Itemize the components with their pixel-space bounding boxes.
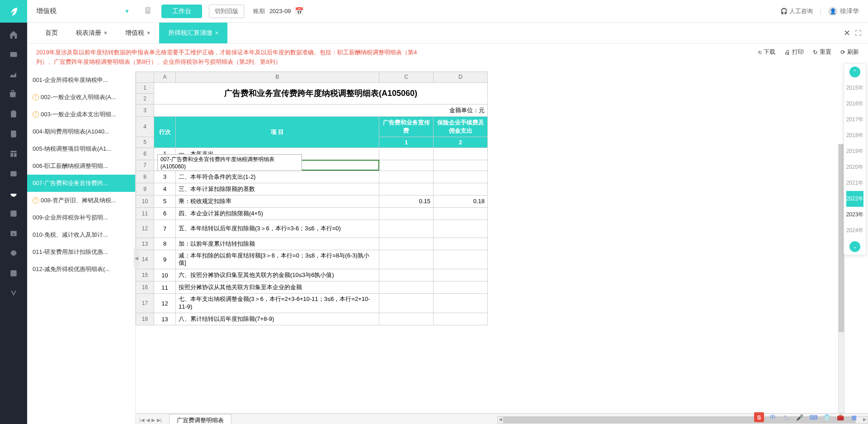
user-menu[interactable]: 👤 徐泽华 xyxy=(828,7,859,16)
rownum-cell[interactable]: 4 xyxy=(154,183,176,195)
calculator-icon[interactable] xyxy=(9,129,19,139)
col-header-c[interactable]: C xyxy=(379,71,434,82)
refresh-button[interactable]: ⟳刷新 xyxy=(840,48,859,56)
row-header[interactable]: 7 xyxy=(136,160,154,171)
row-header[interactable]: 8 xyxy=(136,171,154,183)
form-list-item[interactable]: 006-职工薪酬纳税调整明细... xyxy=(27,157,135,175)
scroll-left-icon[interactable]: ◀ xyxy=(499,417,502,422)
clipboard-icon[interactable] xyxy=(9,109,19,119)
row-header[interactable]: 1 xyxy=(136,82,154,93)
ime-mic-icon[interactable]: 🎤 xyxy=(795,412,805,422)
form-list-item[interactable]: 007-广告费和业务宣传费跨... xyxy=(27,175,135,192)
item-cell[interactable]: 三、本年计算扣除限额的基数 xyxy=(176,183,379,195)
item-cell[interactable]: 乘：税收规定扣除率 xyxy=(176,195,379,207)
item-cell[interactable]: 按照分摊协议从其他关联方归集至本企业的金额 xyxy=(176,281,379,294)
value-cell-c[interactable] xyxy=(379,183,434,195)
item-cell[interactable]: 七、本年支出纳税调整金额(3＞6，本行=2+3-6+10-11；3≤6，本行=2… xyxy=(176,294,379,313)
value-cell-c[interactable] xyxy=(379,269,434,281)
corner-cell[interactable] xyxy=(136,71,154,82)
bowl-icon[interactable] xyxy=(9,189,19,199)
v-icon[interactable] xyxy=(9,288,19,298)
item-cell[interactable]: 减：本年扣除的以前年度结转额[3＞6，本行=0；3≤6，本行=8与(6-3)孰小… xyxy=(176,250,379,269)
row-header[interactable]: 5 xyxy=(136,137,154,148)
expand-icon[interactable]: ⛶ xyxy=(855,29,861,37)
value-cell-d[interactable] xyxy=(434,171,488,183)
header-rownum[interactable]: 行次 xyxy=(154,116,176,148)
sheet-grid[interactable]: A B C D 1广告费和业务宣传费跨年度纳税调整明细表(A105060) 2 … xyxy=(136,71,868,413)
ime-keyboard-icon[interactable]: ⌨ xyxy=(808,412,818,422)
form-list-item[interactable]: 009-企业所得税弥补亏损明... xyxy=(27,209,135,226)
year-scroll-down[interactable]: ⌄ xyxy=(849,241,860,252)
close-icon[interactable]: × xyxy=(215,30,218,36)
header-item[interactable]: 项 目 xyxy=(176,116,379,148)
tab[interactable]: 增值税× xyxy=(116,23,159,43)
value-cell-c[interactable] xyxy=(379,281,434,294)
year-item[interactable]: 2022年 xyxy=(846,191,864,207)
form-list-item[interactable]: !003-一般企业成本支出明细... xyxy=(27,106,135,123)
row-header[interactable]: 13 xyxy=(136,238,154,250)
ime-skin-icon[interactable]: 👕 xyxy=(822,412,832,422)
item-cell[interactable]: 加：以前年度累计结转扣除额 xyxy=(176,238,379,250)
value-cell-c[interactable]: 0.15 xyxy=(379,195,434,207)
value-cell-c[interactable] xyxy=(379,250,434,269)
year-item[interactable]: 2017年 xyxy=(846,112,864,128)
calendar-icon[interactable]: 📅 xyxy=(295,7,304,15)
form-list-item[interactable]: 001-企业所得税年度纳税申... xyxy=(27,71,135,89)
row-header[interactable]: 18 xyxy=(136,313,154,325)
value-cell-c[interactable] xyxy=(379,294,434,313)
value-cell-c[interactable] xyxy=(379,148,434,160)
template-icon[interactable] xyxy=(9,149,19,159)
value-cell-d[interactable] xyxy=(434,238,488,250)
app-logo[interactable] xyxy=(0,0,27,23)
rownum-cell[interactable]: 9 xyxy=(154,250,176,269)
col-header-a[interactable]: A xyxy=(154,71,176,82)
rownum-cell[interactable]: 5 xyxy=(154,195,176,207)
workbench-button[interactable]: 工作台 xyxy=(161,5,202,18)
value-cell-d[interactable] xyxy=(434,294,488,313)
wallet-icon[interactable] xyxy=(9,49,19,59)
item-cell[interactable]: 八、累计结转以后年度扣除额(7+8-9) xyxy=(176,313,379,325)
value-cell-d[interactable] xyxy=(434,313,488,325)
row-header[interactable]: 17 xyxy=(136,294,154,313)
year-item[interactable]: 2016年 xyxy=(846,96,864,112)
sheet-title[interactable]: 广告费和业务宣传费跨年度纳税调整明细表(A105060) xyxy=(154,82,488,104)
row-header[interactable]: 16 xyxy=(136,281,154,294)
value-cell-c[interactable] xyxy=(379,238,434,250)
value-cell-c[interactable] xyxy=(379,160,434,171)
row-header[interactable]: 6 xyxy=(136,148,154,160)
header-sub-c[interactable]: 1 xyxy=(379,137,434,148)
exchange-icon[interactable] xyxy=(9,209,19,219)
year-item[interactable]: 2020年 xyxy=(846,159,864,175)
value-cell-d[interactable] xyxy=(434,207,488,219)
value-cell-d[interactable] xyxy=(434,281,488,294)
rownum-cell[interactable]: 6 xyxy=(154,207,176,219)
tab[interactable]: 税表清册× xyxy=(67,23,116,43)
value-cell-d[interactable] xyxy=(434,160,488,171)
header-sub-d[interactable]: 2 xyxy=(434,137,488,148)
item-cell[interactable]: 五、本年结转以后年度扣除额(3＞6，本行=3-6；3≤6，本行=0) xyxy=(176,219,379,238)
nav-next-icon[interactable]: ▶ xyxy=(151,417,155,423)
tab[interactable]: 首页 xyxy=(36,23,67,43)
collapse-handle[interactable]: ◀ xyxy=(134,249,139,267)
row-header[interactable]: 15 xyxy=(136,269,154,281)
form-list-item[interactable]: !008-资产折旧、摊销及纳税... xyxy=(27,192,135,209)
sheet-tab[interactable]: 广宣费调整明细表 xyxy=(169,414,231,424)
rownum-cell[interactable]: 11 xyxy=(154,281,176,294)
close-icon[interactable]: × xyxy=(104,30,107,36)
year-item[interactable]: 2023年 xyxy=(846,207,864,223)
value-cell-d[interactable]: 0.18 xyxy=(434,195,488,207)
gear-icon[interactable] xyxy=(9,248,19,258)
close-icon[interactable]: × xyxy=(147,30,150,36)
form-list-item[interactable]: 012-减免所得税优惠明细表(... xyxy=(27,261,135,278)
value-cell-d[interactable] xyxy=(434,269,488,281)
scroll-right-icon[interactable]: ▶ xyxy=(863,417,867,422)
item-cell[interactable]: 四、本企业计算的扣除限额(4×5) xyxy=(176,207,379,219)
chart-icon[interactable] xyxy=(9,69,19,79)
ime-grid-icon[interactable]: ▦ xyxy=(849,412,859,422)
ime-lang-icon[interactable]: 中 xyxy=(768,412,778,422)
download-button[interactable]: ⎋下载 xyxy=(758,48,775,56)
col-header-d[interactable]: D xyxy=(434,71,488,82)
year-item[interactable]: 2015年 xyxy=(846,80,864,96)
period-value[interactable]: 2023-09 xyxy=(269,8,291,14)
ime-toolbox-icon[interactable]: 🧰 xyxy=(835,412,845,422)
